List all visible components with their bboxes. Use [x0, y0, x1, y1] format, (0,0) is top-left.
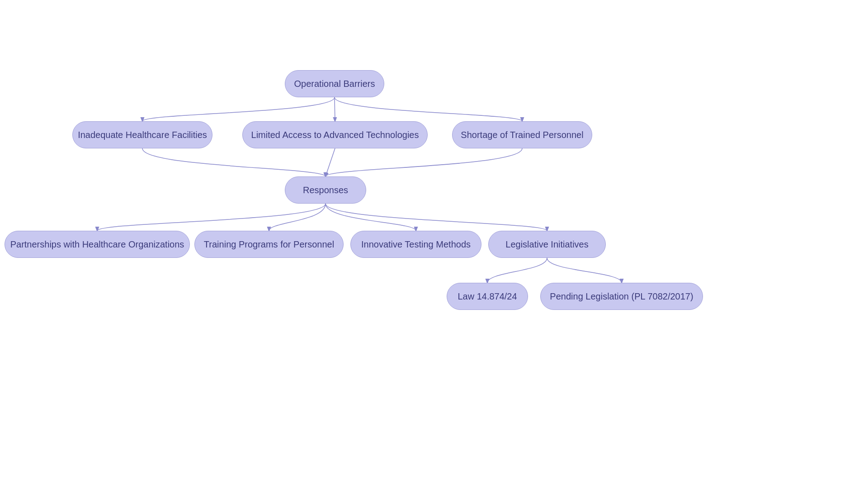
node-innovative-testing: Innovative Testing Methods: [350, 231, 481, 258]
node-shortage-personnel: Shortage of Trained Personnel: [452, 121, 592, 148]
node-responses: Responses: [285, 176, 366, 204]
node-pending-legislation: Pending Legislation (PL 7082/2017): [540, 283, 703, 310]
node-operational-barriers: Operational Barriers: [285, 70, 384, 97]
node-limited-access: Limited Access to Advanced Technologies: [242, 121, 428, 148]
node-partnerships: Partnerships with Healthcare Organizatio…: [5, 231, 190, 258]
node-law-14874: Law 14.874/24: [447, 283, 528, 310]
node-legislative-initiatives: Legislative Initiatives: [488, 231, 606, 258]
node-training-programs: Training Programs for Personnel: [194, 231, 344, 258]
diagram-container: Operational Barriers Inadequate Healthca…: [0, 0, 868, 490]
node-inadequate-facilities: Inadequate Healthcare Facilities: [72, 121, 212, 148]
